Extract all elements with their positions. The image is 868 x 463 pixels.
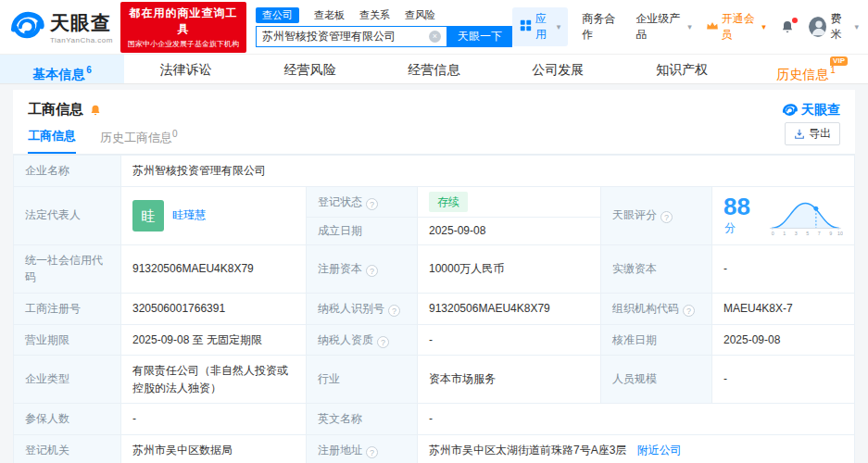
monitor-bell-icon[interactable] (89, 104, 102, 117)
svg-text:9: 9 (830, 231, 833, 236)
subtab-business-info[interactable]: 工商信息 (28, 128, 76, 154)
sub-tabs: 工商信息 历史工商信息0 导出 (13, 120, 855, 155)
svg-text:10: 10 (837, 231, 843, 236)
reg-authority-value: 苏州市吴中区数据局 (121, 434, 307, 463)
tab-intellectual-property[interactable]: 知识产权 (620, 55, 744, 83)
company-type-value: 有限责任公司（非自然人投资或控股的法人独资） (121, 356, 307, 404)
tab-operation-info[interactable]: 经营信息 (372, 55, 497, 83)
business-term-value: 2025-09-08 至 无固定期限 (121, 324, 307, 356)
tab-company-development[interactable]: 公司发展 (496, 55, 620, 83)
field-label: 纳税人识别号? (307, 293, 418, 324)
help-icon[interactable]: ? (366, 198, 378, 210)
header-right-nav: 应用 ▾ 商务合作 企业级产品 ▾ 开通会员 ▾ 费米 ▾ (512, 7, 859, 46)
chevron-down-icon: ▾ (687, 22, 692, 31)
status-badge: 存续 (429, 192, 468, 213)
business-cooperation-link[interactable]: 商务合作 (582, 11, 622, 43)
field-label: 纳税人资质? (307, 324, 418, 356)
svg-text:1: 1 (784, 231, 786, 236)
enterprise-products-label: 企业级产品 (635, 11, 685, 43)
tianyancha-logo[interactable]: 天眼查 TianYanCha.com (9, 7, 113, 46)
chevron-down-icon: ▾ (761, 22, 766, 31)
open-vip-label: 开通会员 (722, 11, 759, 43)
field-label: 注册地址? (307, 434, 418, 463)
tab-basic-info[interactable]: 基本信息6 (0, 55, 124, 83)
search-button[interactable]: 天眼一下 (447, 26, 512, 47)
notifications-button[interactable] (780, 19, 795, 34)
enterprise-products-link[interactable]: 企业级产品 ▾ (635, 11, 692, 43)
tianyancha-swirl-icon (9, 7, 44, 46)
card-brand-watermark: 天眼查 (782, 102, 840, 119)
help-icon[interactable]: ? (683, 305, 695, 317)
search-tab-relation[interactable]: 查关系 (359, 8, 390, 22)
section-title: 工商信息 (28, 101, 83, 119)
legal-rep-link[interactable]: 眭瑾慧 (172, 206, 206, 224)
insured-count-value: - (121, 404, 307, 435)
field-label: 行业 (307, 356, 418, 404)
vip-badge: VIP (830, 56, 848, 66)
field-label: 登记机关 (14, 434, 121, 463)
open-vip-link[interactable]: 开通会员 ▾ (706, 11, 766, 43)
company-name-value: 苏州智核投资管理有限公司 (121, 156, 855, 187)
industry-value: 资本市场服务 (418, 356, 601, 404)
reg-status-value: 存续 (418, 186, 601, 218)
search-tab-risk[interactable]: 查风险 (405, 8, 435, 22)
chevron-down-icon: ▾ (854, 22, 859, 31)
tab-operation-risk[interactable]: 经营风险 (248, 55, 372, 83)
row-legal-rep: 法定代表人 眭 眭瑾慧 登记状态? 存续 天眼评分? (14, 186, 855, 218)
help-icon[interactable]: ? (366, 265, 378, 277)
row-company-type: 企业类型 有限责任公司（非自然人投资或控股的法人独资） 行业 资本市场服务 人员… (14, 356, 855, 404)
help-icon[interactable]: ? (366, 446, 378, 458)
row-business-term: 营业期限 2025-09-08 至 无固定期限 纳税人资质? - 核准日期 20… (14, 324, 855, 356)
top-header: 天眼查 TianYanCha.com 都在用的商业查询工具 国家中小企业发展子基… (0, 0, 868, 54)
help-icon[interactable]: ? (660, 211, 673, 223)
help-icon[interactable]: ? (377, 336, 389, 348)
field-label: 人员规模 (601, 356, 712, 404)
field-label: 工商注册号 (14, 293, 121, 324)
tab-legal-litigation[interactable]: 法律诉讼 (124, 55, 248, 83)
search-input[interactable] (262, 30, 429, 43)
grid-icon (520, 19, 532, 34)
export-icon (794, 129, 805, 140)
user-menu[interactable]: 费米 ▾ (809, 11, 859, 43)
notification-dot (792, 18, 798, 23)
svg-text:3: 3 (795, 231, 798, 236)
field-label: 法定代表人 (14, 186, 121, 244)
field-label: 企业类型 (14, 356, 121, 404)
svg-text:5: 5 (807, 231, 810, 236)
search-tab-boss[interactable]: 查老板 (314, 8, 345, 22)
search-box: × (256, 26, 447, 47)
help-icon[interactable]: ? (388, 305, 400, 317)
search-tab-company[interactable]: 查公司 (256, 7, 299, 23)
field-label: 参保人数 (14, 404, 121, 435)
nearby-companies-link[interactable]: 附近公司 (637, 444, 682, 457)
legal-rep-cell: 眭 眭瑾慧 (121, 186, 307, 244)
field-label: 企业名称 (14, 156, 121, 187)
clear-search-icon[interactable]: × (429, 31, 441, 43)
row-reg-authority: 登记机关 苏州市吴中区数据局 注册地址? 苏州市吴中区太湖街道前珠路7号A座3层… (14, 434, 855, 463)
export-button[interactable]: 导出 (785, 122, 840, 145)
row-credit-code: 统一社会信用代码 91320506MAEU4K8X79 注册资本? 10000万… (14, 244, 855, 293)
main-content: 工商信息 天眼查 工商信息 历史工商信息0 导出 (0, 84, 868, 463)
promo-line1: 都在用的商业查询工具 (128, 6, 239, 37)
reg-number-value: 320506001766391 (121, 293, 307, 324)
tianyancha-swirl-icon (782, 102, 798, 118)
search-type-tabs: 查公司 查老板 查关系 查风险 (256, 7, 512, 23)
reg-address-value: 苏州市吴中区太湖街道前珠路7号A座3层 (429, 444, 626, 457)
username-label: 费米 (831, 11, 850, 43)
chevron-down-icon: ▾ (557, 22, 561, 31)
legal-rep-avatar[interactable]: 眭 (132, 200, 164, 232)
apps-menu-button[interactable]: 应用 ▾ (512, 7, 568, 46)
score-unit: 分 (724, 221, 736, 234)
tab-history-info[interactable]: 历史信息1 VIP (744, 55, 868, 83)
taxpayer-quality-value: - (418, 324, 601, 356)
taxpayer-id-value: 91320506MAEU4K8X79 (418, 293, 601, 324)
brand-domain: TianYanCha.com (50, 36, 113, 44)
approval-date-value: 2025-09-08 (712, 324, 855, 356)
field-label: 组织机构代码? (601, 293, 712, 324)
search-area: 查公司 查老板 查关系 查风险 × 天眼一下 (256, 7, 512, 47)
user-avatar (809, 17, 826, 37)
company-section-tabs: 基本信息6 法律诉讼 经营风险 经营信息 公司发展 知识产权 历史信息1 VIP (0, 54, 868, 84)
subtab-history-business-info[interactable]: 历史工商信息0 (100, 129, 178, 154)
credit-code-value: 91320506MAEU4K8X79 (121, 244, 307, 293)
apps-label: 应用 (535, 11, 553, 43)
